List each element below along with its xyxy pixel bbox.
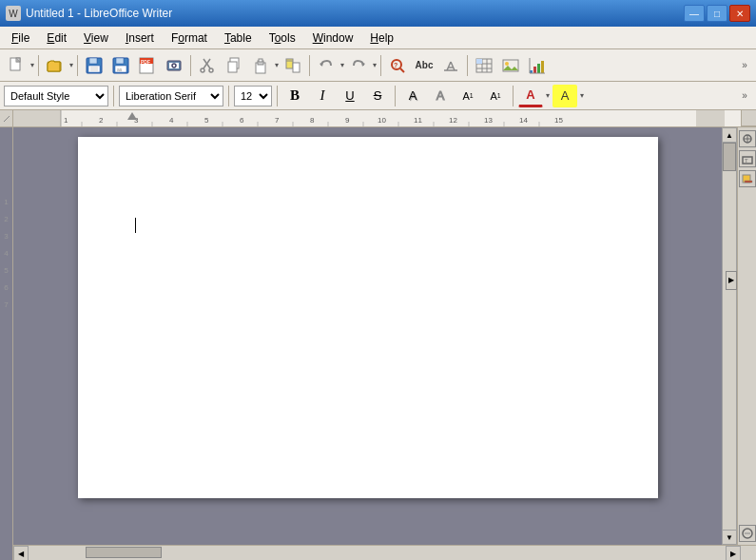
strikethrough-button[interactable]: S [365, 85, 390, 107]
svg-point-45 [505, 62, 509, 66]
horizontal-scrollbar[interactable]: ◀ ▶ [13, 545, 756, 560]
svg-line-36 [451, 62, 455, 70]
autocorrect-button[interactable] [438, 53, 463, 78]
open-dropdown[interactable]: ▾ [69, 61, 73, 69]
hscroll-track[interactable] [29, 546, 726, 560]
insert-image-button[interactable] [498, 53, 523, 78]
sep-fmt3 [277, 86, 278, 106]
ruler-left-4: 4 [0, 245, 12, 262]
side-panel-btn2[interactable]: T [739, 150, 756, 167]
scroll-thumb[interactable] [723, 143, 736, 171]
svg-text:11: 11 [414, 116, 422, 125]
svg-rect-89 [745, 181, 752, 183]
close-button[interactable]: ✕ [729, 5, 750, 22]
svg-text:8: 8 [310, 116, 315, 125]
svg-line-52 [4, 116, 10, 122]
side-panel-btn4[interactable] [739, 525, 756, 542]
copy-button[interactable] [222, 53, 246, 78]
expand-arrow[interactable]: ▶ [726, 271, 737, 290]
side-panel-btn1[interactable] [739, 130, 756, 147]
sep1 [38, 55, 39, 76]
spellcheck-button[interactable]: Abc [412, 53, 436, 78]
svg-text:13: 13 [484, 116, 493, 125]
minimize-button[interactable]: — [684, 5, 705, 22]
menu-view[interactable]: View [76, 29, 116, 47]
save-as-button[interactable]: as [108, 53, 133, 78]
svg-rect-47 [533, 67, 536, 73]
ruler-left-3: 3 [0, 228, 12, 245]
svg-text:6: 6 [240, 116, 244, 125]
svg-text:2: 2 [99, 116, 104, 125]
redo-button[interactable] [346, 53, 371, 78]
print-preview-button[interactable] [162, 53, 186, 78]
svg-line-32 [400, 68, 404, 72]
highlight-dropdown[interactable]: ▾ [580, 91, 584, 100]
hscroll-thumb[interactable] [86, 547, 162, 558]
font-name-select[interactable]: Liberation Serif [119, 86, 223, 106]
insert-chart-button[interactable] [525, 53, 550, 78]
toolbar2-overflow[interactable]: » [737, 84, 752, 108]
paste-button[interactable] [248, 53, 273, 78]
menu-file[interactable]: File [4, 29, 37, 47]
titlebar-controls[interactable]: — □ ✕ [684, 5, 750, 22]
svg-line-35 [447, 62, 451, 70]
superscript-button[interactable]: A1 [456, 85, 480, 107]
find-replace-button[interactable]: ? [385, 53, 410, 78]
ruler-left-6: 6 [0, 280, 12, 297]
paste-dropdown[interactable]: ▾ [275, 61, 279, 69]
underline-button[interactable]: U [338, 85, 362, 107]
toolbar2: Default Style Liberation Serif 12 B I U … [0, 82, 756, 110]
export-pdf-button[interactable]: PDF [135, 53, 160, 78]
menu-window[interactable]: Window [305, 29, 361, 47]
svg-rect-22 [228, 62, 237, 72]
sep3 [190, 55, 191, 76]
sep2 [77, 55, 78, 76]
svg-rect-48 [537, 64, 540, 73]
vertical-scrollbar[interactable]: ▲ ▼ [722, 127, 737, 545]
insert-table-button[interactable] [472, 53, 496, 78]
undo-button[interactable] [314, 53, 339, 78]
scroll-track[interactable] [722, 143, 737, 530]
toolbar1-overflow[interactable]: » [737, 53, 752, 78]
cut-button[interactable] [195, 53, 220, 78]
svg-text:PDF: PDF [141, 59, 150, 65]
svg-text:4: 4 [169, 116, 174, 125]
document-area[interactable] [13, 127, 722, 545]
hscroll-right-button[interactable]: ▶ [726, 546, 741, 560]
sep-fmt4 [395, 86, 396, 106]
menu-edit[interactable]: Edit [39, 29, 74, 47]
hscroll-left-button[interactable]: ◀ [13, 546, 29, 560]
new-button[interactable] [4, 53, 29, 78]
redo-dropdown[interactable]: ▾ [373, 61, 377, 69]
svg-text:as: as [117, 67, 123, 72]
highlight-button[interactable]: A [552, 85, 577, 107]
menu-insert[interactable]: Insert [118, 29, 162, 47]
svg-text:T: T [745, 158, 748, 164]
new-dropdown[interactable]: ▾ [30, 61, 34, 69]
scroll-up-button[interactable]: ▲ [722, 127, 737, 143]
menu-format[interactable]: Format [164, 29, 215, 47]
italic-button[interactable]: I [310, 85, 335, 107]
side-panel-btn3[interactable] [739, 170, 756, 187]
paragraph-style-select[interactable]: Default Style [4, 86, 108, 106]
svg-text:15: 15 [554, 116, 563, 125]
hscroll-corner [741, 546, 756, 560]
menu-table[interactable]: Table [217, 29, 260, 47]
shadow-button[interactable]: A [400, 85, 425, 107]
text-cursor [135, 218, 136, 233]
font-size-select[interactable]: 12 [234, 86, 272, 106]
undo-dropdown[interactable]: ▾ [340, 61, 344, 69]
menu-help[interactable]: Help [362, 29, 401, 47]
maximize-button[interactable]: □ [707, 5, 727, 22]
font-color-button[interactable]: A [518, 85, 543, 107]
scroll-down-button[interactable]: ▼ [722, 530, 737, 545]
subscript-button[interactable]: A1 [483, 85, 508, 107]
document-page[interactable] [78, 137, 658, 498]
outline-button[interactable]: A [428, 85, 453, 107]
clone-format-button[interactable] [281, 53, 305, 78]
menu-tools[interactable]: Tools [262, 29, 303, 47]
save-button[interactable] [82, 53, 107, 78]
bold-button[interactable]: B [282, 85, 307, 107]
font-color-dropdown[interactable]: ▾ [546, 91, 550, 100]
open-button[interactable] [43, 53, 68, 78]
